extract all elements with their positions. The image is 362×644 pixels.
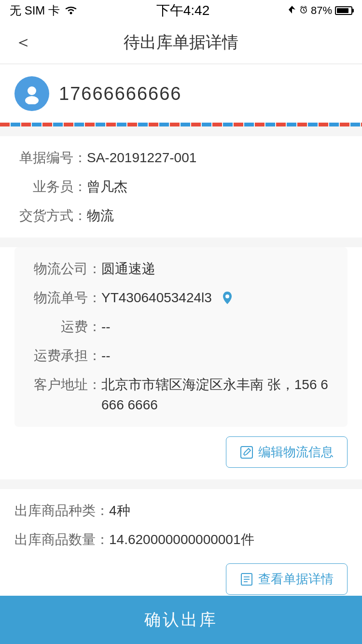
location-pin-icon[interactable] bbox=[218, 288, 237, 308]
alarm-icon bbox=[299, 4, 308, 17]
delivery-method-label: 交货方式： bbox=[14, 206, 87, 226]
svg-point-3 bbox=[25, 96, 39, 104]
address-value: 北京市市辖区海淀区永丰南 张，156 6666 6666 bbox=[101, 375, 333, 415]
outbound-quantity-value: 14.620000000000001件 bbox=[109, 530, 348, 550]
address-label: 客户地址： bbox=[29, 375, 101, 395]
edit-icon bbox=[240, 446, 253, 459]
outbound-info-section: 出库商品种类： 4种 出库商品数量： 14.620000000000001件 查… bbox=[0, 489, 362, 606]
document-info-section: 单据编号： SA-20191227-001 业务员： 曾凡杰 交货方式： 物流 bbox=[0, 136, 362, 238]
freight-value: -- bbox=[101, 317, 333, 337]
confirm-btn-label: 确认出库 bbox=[144, 609, 218, 631]
location-icon bbox=[288, 4, 296, 17]
tracking-row: 物流单号： YT43064053424l3 bbox=[29, 288, 333, 308]
outbound-types-value: 4种 bbox=[109, 501, 348, 521]
outbound-types-row: 出库商品种类： 4种 bbox=[14, 501, 348, 521]
logistics-card: 物流公司： 圆通速递 物流单号： YT43064053424l3 运费： -- bbox=[14, 247, 348, 427]
status-bar: 无 SIM 卡 下午4:42 87% bbox=[0, 0, 362, 21]
doc-number-row: 单据编号： SA-20191227-001 bbox=[14, 148, 348, 168]
logistics-section: 物流公司： 圆通速递 物流单号： YT43064053424l3 运费： -- bbox=[0, 247, 362, 479]
view-detail-button[interactable]: 查看单据详情 bbox=[226, 563, 348, 595]
tracking-number: YT43064053424l3 bbox=[101, 288, 212, 308]
freight-payer-row: 运费承担： -- bbox=[29, 346, 333, 366]
edit-btn-label: 编辑物流信息 bbox=[258, 444, 334, 461]
status-right: 87% bbox=[288, 4, 352, 17]
confirm-outbound-button[interactable]: 确认出库 bbox=[0, 596, 362, 644]
edit-btn-row: 编辑物流信息 bbox=[14, 436, 348, 468]
edit-logistics-button[interactable]: 编辑物流信息 bbox=[226, 436, 348, 468]
logistics-company-label: 物流公司： bbox=[29, 259, 101, 279]
logistics-company-value: 圆通速递 bbox=[101, 259, 333, 279]
document-icon bbox=[240, 573, 253, 586]
doc-number-label: 单据编号： bbox=[14, 148, 87, 168]
tracking-label: 物流单号： bbox=[29, 288, 101, 308]
address-row: 客户地址： 北京市市辖区海淀区永丰南 张，156 6666 6666 bbox=[29, 375, 333, 415]
freight-payer-label: 运费承担： bbox=[29, 346, 101, 366]
salesman-label: 业务员： bbox=[14, 177, 87, 197]
tracking-value: YT43064053424l3 bbox=[101, 288, 333, 308]
freight-row: 运费： -- bbox=[29, 317, 333, 337]
page-title: 待出库单据详情 bbox=[124, 31, 238, 54]
delivery-method-row: 交货方式： 物流 bbox=[14, 206, 348, 226]
wifi-icon bbox=[64, 4, 78, 17]
salesman-value: 曾凡杰 bbox=[87, 177, 348, 197]
battery-percentage: 87% bbox=[311, 4, 332, 17]
outbound-quantity-label: 出库商品数量： bbox=[14, 530, 109, 550]
svg-point-0 bbox=[70, 12, 72, 14]
status-time: 下午4:42 bbox=[156, 1, 210, 20]
avatar bbox=[14, 76, 49, 111]
outbound-quantity-row: 出库商品数量： 14.620000000000001件 bbox=[14, 530, 348, 550]
status-left: 无 SIM 卡 bbox=[10, 3, 78, 18]
svg-point-2 bbox=[28, 86, 36, 95]
back-button[interactable]: ＜ bbox=[14, 26, 37, 59]
battery-icon bbox=[335, 6, 352, 15]
view-detail-btn-row: 查看单据详情 bbox=[14, 563, 348, 595]
outbound-types-label: 出库商品种类： bbox=[14, 501, 109, 521]
salesman-row: 业务员： 曾凡杰 bbox=[14, 177, 348, 197]
logistics-company-row: 物流公司： 圆通速递 bbox=[29, 259, 333, 279]
delivery-method-value: 物流 bbox=[87, 206, 348, 226]
view-detail-btn-label: 查看单据详情 bbox=[258, 571, 334, 588]
dashed-divider bbox=[0, 123, 362, 126]
svg-rect-6 bbox=[241, 447, 252, 458]
user-header: 17666666666 bbox=[0, 65, 362, 123]
nav-bar: ＜ 待出库单据详情 bbox=[0, 21, 362, 64]
carrier-label: 无 SIM 卡 bbox=[10, 3, 60, 18]
user-phone: 17666666666 bbox=[59, 84, 181, 104]
svg-point-5 bbox=[225, 294, 229, 298]
doc-number-value: SA-20191227-001 bbox=[87, 148, 348, 168]
freight-payer-value: -- bbox=[101, 346, 333, 366]
freight-label: 运费： bbox=[29, 317, 101, 337]
